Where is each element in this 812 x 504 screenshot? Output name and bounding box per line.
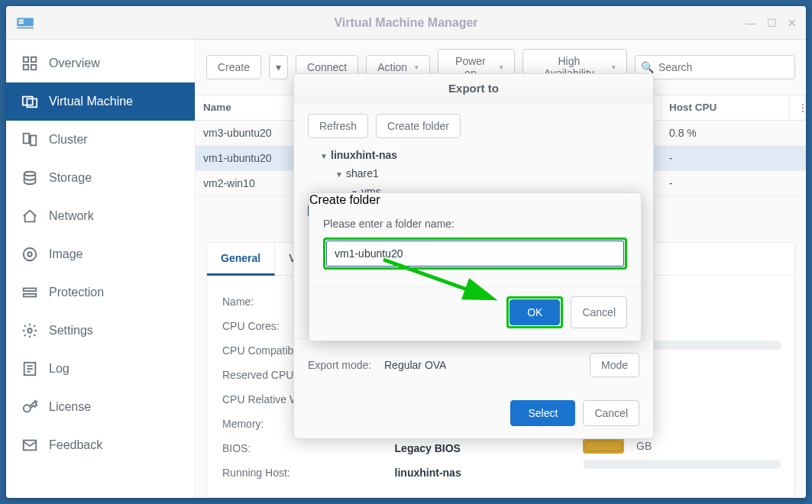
- storage-icon: [21, 170, 38, 186]
- create-button[interactable]: Create: [206, 55, 261, 79]
- sidebar-item-vm[interactable]: Virtual Machine: [6, 82, 195, 121]
- label: Storage: [49, 171, 92, 185]
- svg-rect-16: [24, 294, 37, 297]
- cell-cpu: -: [662, 146, 791, 170]
- tree-node-root[interactable]: ▼linuxhint-nas: [308, 146, 639, 164]
- cancel-button[interactable]: Cancel: [583, 400, 639, 426]
- vm-icon: [21, 93, 38, 110]
- sidebar-item-protection[interactable]: Protection: [6, 273, 195, 312]
- svg-rect-10: [24, 134, 29, 144]
- lbl-cores: CPU Cores:: [222, 314, 303, 338]
- create-folder-title: Create folder: [309, 193, 641, 207]
- select-button[interactable]: Select: [510, 400, 575, 426]
- minimize-icon[interactable]: —: [746, 17, 756, 29]
- network-icon: [21, 208, 38, 225]
- sidebar-item-image[interactable]: Image: [6, 235, 195, 273]
- export-title: Export to: [294, 74, 653, 103]
- lbl-bios: BIOS:: [222, 436, 303, 460]
- label: Feedback: [49, 438, 102, 452]
- label: Virtual Machine: [49, 95, 133, 108]
- svg-point-14: [27, 252, 32, 257]
- app-icon: [15, 13, 35, 33]
- sidebar-item-storage[interactable]: Storage: [6, 159, 195, 197]
- lbl-reserved: Reserved CPU T: [222, 363, 303, 387]
- log-icon: [21, 360, 38, 377]
- label: Protection: [49, 286, 104, 299]
- memory-chip-icon: [583, 438, 624, 454]
- lbl-name: Name:: [222, 289, 303, 314]
- caret-down-icon: ▼: [320, 152, 328, 160]
- refresh-button[interactable]: Refresh: [308, 114, 368, 138]
- label: Settings: [49, 324, 93, 338]
- feedback-icon: [21, 437, 38, 454]
- memory-bar: [583, 460, 781, 469]
- protection-icon: [21, 284, 38, 301]
- svg-point-17: [27, 328, 32, 333]
- export-mode-label: Export mode:: [308, 359, 384, 371]
- label: Log: [49, 362, 70, 376]
- window-title: Virtual Machine Manager: [6, 16, 806, 30]
- svg-rect-6: [24, 65, 28, 69]
- sidebar-item-feedback[interactable]: Feedback: [6, 426, 195, 464]
- svg-point-12: [24, 172, 36, 176]
- col-hostcpu[interactable]: Host CPU: [662, 95, 790, 120]
- image-icon: [21, 246, 38, 263]
- sidebar-item-settings[interactable]: Settings: [6, 312, 195, 350]
- svg-rect-15: [24, 289, 37, 292]
- close-icon[interactable]: ✕: [788, 17, 797, 29]
- dashboard-icon: [21, 55, 38, 72]
- mode-button[interactable]: Mode: [590, 353, 639, 377]
- svg-rect-2: [18, 19, 23, 21]
- val-bios: Legacy BIOS: [395, 436, 461, 460]
- svg-rect-4: [24, 57, 28, 62]
- titlebar: Virtual Machine Manager — ☐ ✕: [6, 6, 806, 40]
- svg-point-13: [24, 248, 37, 261]
- sidebar: Overview Virtual Machine Cluster Storage…: [6, 40, 196, 498]
- sidebar-item-network[interactable]: Network: [6, 197, 195, 235]
- label: Network: [49, 209, 94, 223]
- sidebar-item-cluster[interactable]: Cluster: [6, 121, 195, 159]
- sidebar-item-log[interactable]: Log: [6, 350, 195, 388]
- svg-rect-5: [31, 57, 36, 62]
- memory-unit: GB: [636, 440, 652, 452]
- maximize-icon[interactable]: ☐: [767, 17, 777, 29]
- license-icon: [21, 399, 38, 415]
- lbl-relative: CPU Relative W: [222, 387, 303, 412]
- folder-name-prompt: Please enter a folder name:: [323, 218, 627, 230]
- svg-rect-1: [17, 27, 34, 28]
- label: Image: [49, 247, 82, 261]
- search-input[interactable]: [635, 55, 795, 79]
- cancel-button[interactable]: Cancel: [571, 296, 627, 328]
- tab-general[interactable]: General: [207, 243, 275, 276]
- search-icon: 🔍: [641, 61, 654, 73]
- lbl-compat: CPU Compatibil: [222, 338, 303, 363]
- ok-button[interactable]: OK: [510, 299, 560, 325]
- cluster-icon: [21, 131, 38, 148]
- val-host: linuxhint-nas: [395, 460, 461, 485]
- settings-icon: [21, 322, 38, 339]
- svg-rect-7: [31, 65, 36, 69]
- col-menu-icon[interactable]: ⋮: [790, 95, 806, 120]
- label: License: [49, 400, 91, 414]
- label: Overview: [49, 57, 100, 70]
- cell-cpu: 0.8 %: [662, 121, 791, 145]
- svg-rect-11: [31, 136, 36, 146]
- cell-cpu: -: [662, 171, 791, 195]
- create-folder-button[interactable]: Create folder: [376, 114, 461, 138]
- caret-down-icon: ▼: [335, 170, 343, 179]
- lbl-memory: Memory:: [222, 412, 303, 436]
- sidebar-item-overview[interactable]: Overview: [6, 44, 195, 82]
- lbl-host: Running Host:: [222, 460, 303, 485]
- create-folder-modal: Create folder Please enter a folder name…: [309, 192, 642, 341]
- tree-node-share[interactable]: ▼share1: [308, 164, 639, 183]
- sidebar-item-license[interactable]: License: [6, 388, 195, 426]
- label: Cluster: [49, 133, 88, 147]
- folder-name-input[interactable]: [326, 241, 624, 267]
- export-mode-value: Regular OVA: [384, 359, 446, 371]
- create-dropdown[interactable]: ▾: [269, 55, 288, 79]
- svg-rect-3: [18, 21, 23, 23]
